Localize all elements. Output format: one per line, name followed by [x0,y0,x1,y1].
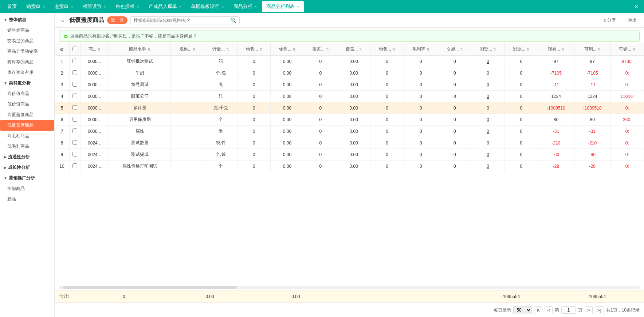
sidebar-item-category-rate[interactable]: 商品分类动销率 [0,46,54,57]
row-sales-amt: 0.00 [271,126,304,137]
close-analysis-icon[interactable]: × [255,4,257,9]
settings-icon[interactable]: ⚙ [60,47,64,52]
nav-item-analysis-list[interactable]: 商品分析列表 × [262,1,303,12]
sidebar-item-low-margin[interactable]: 低毛利商品 [0,141,54,152]
close-template-icon[interactable]: × [221,4,224,9]
sidebar-item-with-stock[interactable]: 有库存的商品 [0,57,54,67]
row-checkbox[interactable] [69,161,80,172]
search-box: 🔍 [130,16,240,24]
row-spec [171,91,204,102]
sidebar-section-class[interactable]: ▼ 类群度分析 [0,78,54,88]
row-view1[interactable]: 0 [471,114,504,126]
unit-column-header: 计量... ⇅ [204,43,237,56]
row-view1[interactable]: 0 [471,91,504,102]
row-checkbox[interactable] [69,137,80,149]
table-row: 10 0024... 属性价格打印测试 个 0 0.00 0 0.00 0 0 … [55,161,644,172]
sidebar-item-high-coverage[interactable]: 高覆盖度商品 [0,110,54,120]
scrollbar-thumb[interactable] [63,286,237,289]
sidebar-section-flow[interactable]: ▶ 流通性分析 [0,152,54,162]
row-stock3: 0: [610,161,644,172]
nav-item-analysis[interactable]: 商品分析 × [229,1,261,12]
sidebar-item-traded-goods[interactable]: 交易过的商品 [0,36,54,46]
page-size-select[interactable]: 50 20 100 [513,306,532,314]
close-product-entry-icon[interactable]: × [179,4,181,9]
next-page-button[interactable]: > [585,306,593,314]
time-filter-button[interactable]: 近一月 [107,16,127,24]
row-stock1: -11 [538,79,574,91]
nav-item-product-entry[interactable]: 产成品入库单 × [144,1,186,12]
search-input[interactable] [134,18,230,23]
cover1-column-header: 覆盖... ⇅ [304,43,337,56]
row-view1[interactable]: 0 [471,161,504,172]
nav-item-sales[interactable]: 销货单 × [22,1,49,12]
row-name: 多计量 [109,102,171,114]
row-stock1: -60 [538,149,574,161]
row-sales-qty: 0 [237,91,271,102]
close-purchase-icon[interactable]: × [71,4,73,9]
nav-item-template[interactable]: 单据模板设置 × [186,1,228,12]
settings-column-header[interactable]: ⚙ [55,43,69,56]
row-stock3: 0: [610,137,644,149]
sidebar: ▼ 整体信息 销售类商品 交易过的商品 商品分类动销率 有库存的商品 库存资金占… [0,13,55,317]
row-view1[interactable]: 0 [471,137,504,149]
row-view2: 0 [504,114,538,126]
row-view1[interactable]: 0 [471,56,504,67]
row-stock3: 0: [610,79,644,91]
sidebar-item-low-coverage[interactable]: 低覆盖度商品 [0,120,54,131]
nav-item-purchase[interactable]: 进货单 × [50,1,77,12]
export-button[interactable]: ↑ 导出 [622,16,640,24]
sidebar-item-new-goods[interactable]: 新品 [0,194,54,205]
row-stock3: 0: [610,126,644,137]
sidebar-item-sales-goods[interactable]: 销售类商品 [0,25,54,36]
sidebar-section-marketing[interactable]: ▼ 营销推广分析 [0,173,54,183]
nav-item-home[interactable]: 首页 [3,1,21,12]
row-checkbox[interactable] [69,56,80,67]
close-sales-icon[interactable]: × [43,4,45,9]
name-column-header: 商品名称 ⇅ [109,43,171,56]
row-sales3: 0 [370,79,404,91]
row-sales-qty: 0 [237,149,271,161]
sidebar-item-stock-capital[interactable]: 库存资金占用 [0,67,54,78]
row-cover1: 0 [304,67,337,79]
select-all-checkbox[interactable] [72,47,77,51]
row-view1[interactable]: 0 [471,79,504,91]
nav-close-all-button[interactable]: × [632,2,641,11]
first-page-button[interactable]: K [534,306,542,314]
sidebar-section-overall[interactable]: ▼ 整体信息 [0,15,54,25]
share-icon: ⎋ [604,18,606,23]
sidebar-item-low-value[interactable]: 低价值商品 [0,99,54,110]
row-checkbox[interactable] [69,102,80,114]
row-checkbox[interactable] [69,126,80,137]
row-checkbox[interactable] [69,91,80,102]
sales-amt-column-header: 销售... ⇅ [271,43,304,56]
row-checkbox[interactable] [69,67,80,79]
sidebar-section-growth[interactable]: ▶ 成长性分析 [0,162,54,173]
row-view1[interactable]: 0 [471,149,504,161]
spec-column-header: 规格... ⇅ [171,43,204,56]
close-analysis-list-icon[interactable]: × [297,4,299,9]
row-view1[interactable]: 0 [471,126,504,137]
checkbox-column-header[interactable] [69,43,80,56]
close-role-icon[interactable]: × [137,4,139,9]
sidebar-item-all-goods[interactable]: 全部商品 [0,183,54,194]
data-table-container: ⚙ 商... ⇅ 商品名称 ⇅ 规格... ⇅ 计量... ⇅ 销售... ⇅ … [55,43,644,285]
nav-item-permission[interactable]: 权限设置 × [78,1,110,12]
prev-page-button[interactable]: < [545,306,553,314]
close-permission-icon[interactable]: × [104,4,106,9]
share-button[interactable]: ⎋ 分享 [601,16,619,24]
row-sales-amt: 0.00 [271,56,304,67]
row-view1[interactable]: 0 [471,102,504,114]
row-checkbox[interactable] [69,149,80,161]
nav-item-role[interactable]: 角色授权 × [111,1,143,12]
horizontal-scrollbar[interactable] [59,286,640,289]
row-checkbox[interactable] [69,114,80,126]
last-page-button[interactable]: >| [595,306,604,314]
row-num: 1 [55,56,69,67]
row-checkbox[interactable] [69,79,80,91]
current-page-input[interactable] [561,306,576,314]
row-view2: 0 [504,161,538,172]
sidebar-item-high-margin[interactable]: 高毛利商品 [0,131,54,141]
row-view1[interactable]: 0 [471,67,504,79]
collapse-button[interactable]: « [59,17,66,24]
sidebar-item-high-value[interactable]: 高价值商品 [0,88,54,99]
